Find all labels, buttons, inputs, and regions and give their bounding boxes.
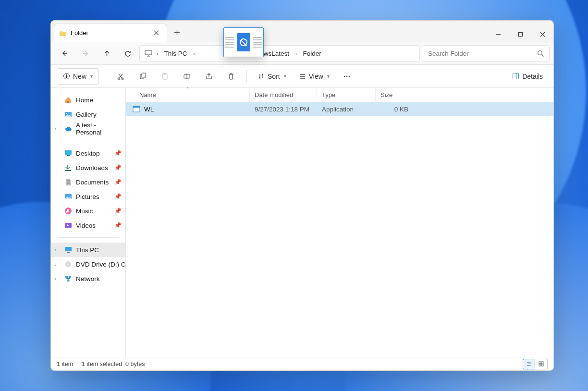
sort-icon [257, 73, 265, 80]
chevron-right-icon: › [55, 276, 57, 281]
share-button[interactable] [199, 68, 219, 85]
col-size[interactable]: Size [376, 88, 413, 102]
search-input[interactable] [427, 49, 537, 58]
col-date[interactable]: Date modified [250, 88, 317, 102]
svg-rect-26 [65, 276, 68, 278]
application-icon [133, 105, 140, 113]
plus-icon [174, 29, 180, 36]
sidebar-item-downloads[interactable]: Downloads📌 [51, 160, 125, 175]
up-button[interactable] [97, 45, 116, 62]
pin-icon: 📌 [114, 164, 122, 171]
svg-rect-18 [65, 170, 71, 171]
chevron-right-icon: › [294, 50, 298, 57]
tab-title: Folder [71, 29, 88, 37]
chevron-right-icon: › [55, 247, 57, 253]
tab-close-button[interactable] [150, 27, 162, 39]
sidebar-item-desktop[interactable]: Desktop📌 [51, 146, 125, 160]
sidebar-item-music[interactable]: Music📌 [51, 204, 125, 218]
refresh-button[interactable] [118, 45, 137, 62]
gallery-icon [64, 110, 72, 118]
sidebar-item-label: Network [76, 275, 100, 282]
text-lines-icon [225, 37, 234, 48]
chevron-down-icon: ▾ [327, 73, 330, 79]
back-button[interactable] [55, 45, 74, 62]
sidebar-item-label: Home [76, 97, 93, 104]
view-switch [523, 359, 548, 369]
view-list-icon [299, 73, 306, 80]
sidebar-item-onedrive[interactable]: › A test - Personal [51, 122, 125, 136]
col-name[interactable]: ˄Name [126, 88, 250, 102]
sort-button-label: Sort [268, 73, 280, 80]
search-box[interactable] [422, 45, 550, 61]
cloud-icon [64, 125, 72, 133]
sidebar-item-network[interactable]: ›Network [51, 271, 125, 286]
close-icon [154, 30, 159, 36]
file-type: Application [317, 106, 376, 113]
refresh-icon [124, 50, 132, 57]
svg-rect-23 [67, 252, 70, 253]
svg-rect-0 [518, 32, 522, 36]
svg-rect-33 [539, 364, 541, 366]
sort-button[interactable]: Sort ▾ [253, 68, 291, 85]
breadcrumb[interactable]: › This PC › › WindowsLatest › Folder [139, 45, 420, 61]
drag-preview-overlay [223, 27, 264, 57]
details-label: Details [522, 73, 543, 80]
view-button[interactable]: View ▾ [294, 68, 334, 85]
svg-rect-27 [69, 276, 71, 278]
more-button[interactable] [337, 68, 356, 85]
delete-button[interactable] [221, 68, 241, 85]
text-lines-icon [253, 37, 262, 48]
col-type[interactable]: Type [317, 88, 376, 102]
svg-rect-14 [513, 73, 519, 79]
svg-rect-30 [133, 106, 140, 108]
sidebar-item-label: DVD Drive (D:) CCC [76, 261, 126, 268]
titlebar: Folder [51, 21, 553, 42]
new-button-label: New [73, 73, 86, 80]
rename-button[interactable] [177, 68, 196, 85]
pin-icon: 📌 [114, 179, 122, 185]
music-icon [64, 207, 72, 215]
sidebar-item-home[interactable]: Home [51, 93, 125, 107]
sidebar-item-pictures[interactable]: Pictures📌 [51, 189, 125, 204]
sidebar-item-label: Videos [76, 222, 96, 229]
sidebar-item-this-pc[interactable]: ›This PC [51, 243, 125, 257]
status-count: 1 item [57, 361, 73, 367]
details-pane-icon [512, 73, 519, 80]
details-pane-button[interactable]: Details [507, 68, 548, 85]
svg-rect-28 [67, 280, 70, 281]
sidebar-item-videos[interactable]: Videos📌 [51, 218, 125, 232]
new-button[interactable]: New ▾ [57, 68, 99, 85]
view-button-label: View [309, 73, 323, 80]
sidebar-item-label: Documents [76, 179, 109, 186]
maximize-button[interactable] [509, 26, 531, 42]
breadcrumb-item[interactable]: Folder [299, 48, 325, 59]
new-tab-button[interactable] [167, 23, 186, 42]
chevron-right-icon: › [192, 50, 196, 57]
sidebar-item-label: Desktop [76, 150, 100, 157]
forward-button[interactable] [76, 45, 95, 62]
sidebar-item-documents[interactable]: Documents📌 [51, 175, 125, 189]
pin-icon: 📌 [114, 150, 122, 157]
video-icon [64, 221, 72, 229]
sidebar-item-label: This PC [76, 246, 99, 254]
status-bytes: 0 bytes [125, 361, 145, 367]
chevron-right-icon: › [55, 126, 57, 132]
minimize-button[interactable] [487, 26, 509, 42]
sidebar-item-gallery[interactable]: Gallery [51, 107, 125, 122]
tab-folder[interactable]: Folder [54, 24, 167, 42]
copy-button[interactable] [133, 68, 152, 85]
home-icon [64, 96, 72, 104]
monitor-icon [145, 49, 152, 57]
sidebar-item-dvd[interactable]: ›DVD Drive (D:) CCC [51, 257, 125, 271]
details-view-button[interactable] [523, 359, 535, 369]
cut-button[interactable] [111, 68, 130, 85]
file-row[interactable]: WL 9/27/2023 1:18 PM Application 0 KB [126, 102, 553, 116]
breadcrumb-item[interactable]: This PC [160, 48, 191, 59]
close-window-button[interactable] [531, 26, 553, 42]
chevron-down-icon: ▾ [90, 73, 93, 79]
thumbnails-view-button[interactable] [535, 359, 548, 369]
file-name: WL [144, 106, 154, 113]
sidebar-item-label: Gallery [76, 111, 97, 118]
paste-button[interactable] [155, 68, 174, 85]
minimize-icon [496, 32, 501, 37]
